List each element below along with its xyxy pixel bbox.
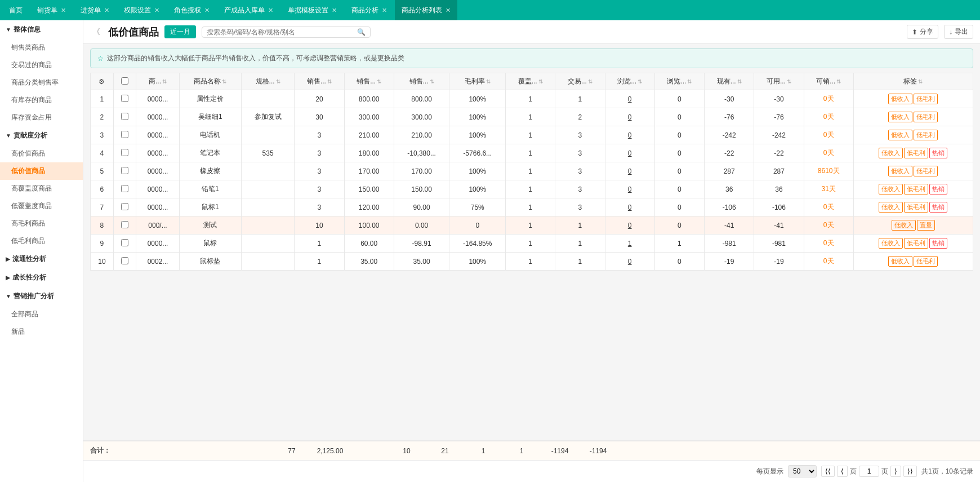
nav-product-in[interactable]: 产成品入库单 ✕ (217, 0, 280, 20)
close-icon[interactable]: ✕ (332, 7, 337, 14)
row-num: 8 (91, 216, 114, 235)
row-code: 000/... (136, 216, 180, 235)
tag-label: 低收入 (888, 256, 912, 267)
nav-product-analysis[interactable]: 商品分析 ✕ (345, 0, 394, 20)
sidebar-item-low-value[interactable]: 低价值商品 (0, 162, 83, 180)
share-button[interactable]: ⬆ 分享 (907, 25, 938, 39)
close-icon[interactable]: ✕ (61, 7, 66, 14)
next-page-button[interactable]: ⟩ (890, 466, 901, 477)
row-checkbox[interactable] (121, 131, 128, 138)
row-num: 3 (91, 126, 114, 144)
row-col-5: 3 (555, 144, 605, 162)
row-views1[interactable]: 0 (605, 198, 654, 216)
th-sellable[interactable]: 可销...⇅ (804, 73, 853, 90)
th-coverage[interactable]: 覆盖...⇅ (506, 73, 555, 90)
nav-role-auth[interactable]: 角色授权 ✕ (167, 0, 216, 20)
th-code[interactable]: 商...⇅ (136, 73, 180, 90)
row-checkbox[interactable] (121, 221, 128, 228)
nav-sales-order[interactable]: 销货单 ✕ (30, 0, 73, 20)
sidebar-item-new-products[interactable]: 新品 (0, 323, 83, 341)
th-transactions[interactable]: 交易...⇅ (555, 73, 605, 90)
row-views1[interactable]: 0 (605, 253, 654, 271)
nav-product-analysis-list[interactable]: 商品分析列表 ✕ (395, 0, 457, 20)
export-button[interactable]: ↓ 导出 (944, 25, 973, 39)
sidebar-section-growth[interactable]: ▶ 成长性分析 (0, 268, 83, 287)
total-label: 共1页，10条记录 (921, 467, 973, 476)
th-checkbox[interactable] (113, 73, 136, 90)
row-views1[interactable]: 0 (605, 108, 654, 126)
close-icon[interactable]: ✕ (382, 7, 387, 14)
row-checkbox[interactable] (121, 149, 128, 156)
row-views1[interactable]: 0 (605, 90, 654, 108)
sidebar-item-low-margin[interactable]: 低毛利商品 (0, 232, 83, 250)
th-sales1[interactable]: 销售...⇅ (295, 73, 344, 90)
row-col-3: 75% (449, 198, 506, 216)
nav-template[interactable]: 单据模板设置 ✕ (281, 0, 344, 20)
th-spec[interactable]: 规格...⇅ (241, 73, 294, 90)
row-checkbox[interactable] (121, 203, 128, 210)
close-icon[interactable]: ✕ (446, 7, 451, 14)
row-checkbox[interactable] (121, 239, 128, 246)
th-views1[interactable]: 浏览...⇅ (605, 73, 654, 90)
first-page-button[interactable]: ⟨⟨ (821, 466, 835, 477)
row-checkbox[interactable] (121, 113, 128, 120)
row-views1[interactable]: 0 (605, 144, 654, 162)
table-row: 50000...橡皮擦3170.00170.00100%130028728786… (91, 162, 973, 180)
th-margin[interactable]: 毛利率⇅ (449, 73, 506, 90)
close-icon[interactable]: ✕ (268, 7, 273, 14)
sidebar-item-low-coverage[interactable]: 低覆盖度商品 (0, 197, 83, 215)
th-views2[interactable]: 浏览...⇅ (654, 73, 704, 90)
th-sales2[interactable]: 销售...⇅ (344, 73, 394, 90)
nav-purchase-order[interactable]: 进货单 ✕ (74, 0, 116, 20)
th-current-stock[interactable]: 现有...⇅ (705, 73, 754, 90)
close-icon[interactable]: ✕ (204, 7, 210, 14)
th-settings[interactable]: ⚙ (91, 73, 114, 90)
sidebar-section-marketing[interactable]: ▼ 营销推广分析 (0, 287, 83, 306)
per-page-select[interactable]: 50 100 200 (788, 465, 817, 477)
row-views1[interactable]: 0 (605, 126, 654, 144)
sidebar-item-high-coverage[interactable]: 高覆盖度商品 (0, 180, 83, 197)
close-icon[interactable]: ✕ (104, 7, 109, 14)
close-icon[interactable]: ✕ (154, 7, 159, 14)
row-checkbox[interactable] (121, 257, 128, 264)
sidebar-item-stock-capital[interactable]: 库存资金占用 (0, 109, 83, 126)
search-box[interactable]: 🔍 (202, 26, 371, 38)
sidebar-section-liquidity[interactable]: ▶ 流通性分析 (0, 250, 83, 268)
prev-page-button[interactable]: ⟨ (837, 466, 848, 477)
sidebar-collapse-button[interactable]: 《 (90, 26, 103, 38)
sidebar-item-high-margin[interactable]: 高毛利商品 (0, 215, 83, 232)
page-input[interactable] (859, 466, 879, 477)
row-checkbox[interactable] (121, 167, 128, 174)
row-name: 测试 (179, 216, 241, 235)
row-checkbox[interactable] (121, 95, 128, 102)
last-page-button[interactable]: ⟩⟩ (903, 466, 917, 477)
search-icon[interactable]: 🔍 (357, 28, 366, 36)
th-name[interactable]: 商品名称⇅ (179, 73, 241, 90)
row-col-ext-2: -30 (754, 90, 804, 108)
row-views1[interactable]: 0 (605, 162, 654, 180)
nav-home[interactable]: 首页 (2, 0, 29, 20)
sidebar-item-high-value[interactable]: 高价值商品 (0, 145, 83, 162)
th-tags[interactable]: 标签⇅ (853, 73, 973, 90)
row-checkbox[interactable] (121, 185, 128, 192)
row-views1[interactable]: 0 (605, 216, 654, 235)
table-wrapper[interactable]: ⚙ 商...⇅ 商品名称⇅ 规格...⇅ 销售...⇅ 销售...⇅ 销售...… (83, 73, 980, 440)
sidebar-item-category-sales[interactable]: 商品分类销售率 (0, 74, 83, 91)
row-tags: 低收入低毛利热销 (853, 144, 973, 162)
sidebar-section-overall[interactable]: ▼ 整体信息 (0, 20, 83, 39)
select-all-checkbox[interactable] (121, 77, 128, 85)
th-sales3[interactable]: 销售...⇅ (394, 73, 449, 90)
sidebar-section-contribution[interactable]: ▼ 贡献度分析 (0, 126, 83, 145)
row-spec (241, 90, 294, 108)
nav-permissions[interactable]: 权限设置 ✕ (117, 0, 166, 20)
search-input[interactable] (207, 28, 357, 36)
sidebar-item-in-stock[interactable]: 有库存的商品 (0, 91, 83, 109)
sidebar-item-traded[interactable]: 交易过的商品 (0, 56, 83, 74)
tag-volume: 置量 (917, 220, 935, 231)
th-available-stock[interactable]: 可用...⇅ (754, 73, 804, 90)
sidebar-item-all-products[interactable]: 全部商品 (0, 306, 83, 323)
sidebar-item-sales-products[interactable]: 销售类商品 (0, 39, 83, 56)
row-views1[interactable]: 1 (605, 235, 654, 253)
filter-button[interactable]: 近一月 (164, 25, 196, 38)
row-views1[interactable]: 0 (605, 180, 654, 198)
